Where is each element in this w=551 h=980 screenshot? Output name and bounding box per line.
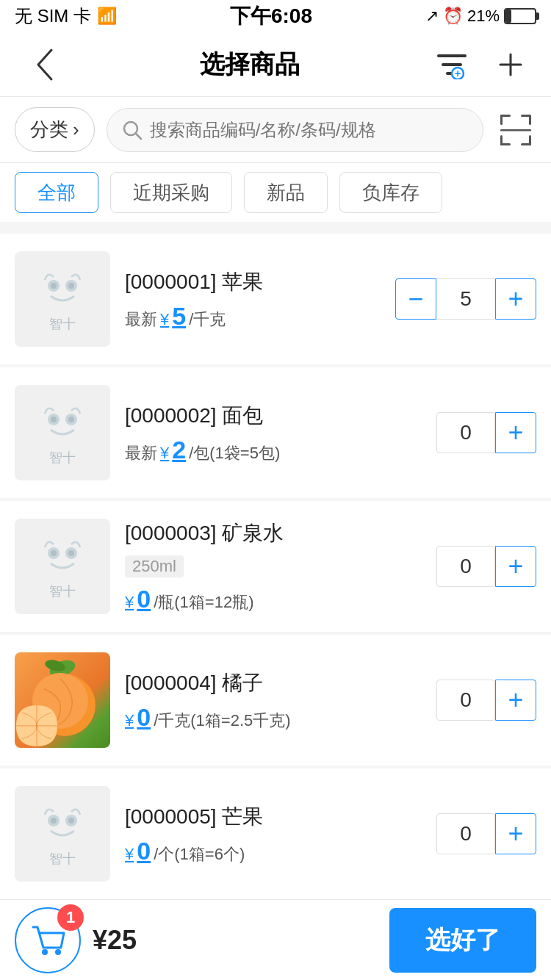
qty-value-0000005[interactable]: 0 bbox=[436, 813, 495, 854]
svg-point-18 bbox=[68, 283, 74, 289]
qty-minus-0000001[interactable]: − bbox=[395, 278, 436, 320]
product-info-0000003: [0000003] 矿泉水 250ml ¥ 0 /瓶(1箱=12瓶) bbox=[125, 519, 422, 613]
svg-rect-9 bbox=[529, 115, 531, 125]
product-thumb-0000001: 智十 bbox=[15, 251, 110, 347]
svg-point-47 bbox=[55, 949, 61, 955]
svg-rect-13 bbox=[529, 135, 531, 145]
tab-recent[interactable]: 近期采购 bbox=[110, 172, 232, 213]
qty-control-0000001: − 5 + bbox=[395, 278, 536, 320]
svg-point-26 bbox=[68, 550, 74, 556]
product-item-0000005: 智十 [0000005] 芒果 ¥ 0 /个(1箱=6个) 0 + bbox=[0, 768, 551, 899]
svg-point-17 bbox=[51, 283, 57, 289]
product-info-0000005: [0000005] 芒果 ¥ 0 /个(1箱=6个) bbox=[125, 803, 422, 865]
back-button[interactable] bbox=[22, 43, 66, 87]
product-item-0000003: 智十 [0000003] 矿泉水 250ml ¥ 0 /瓶(1箱=12瓶) 0 … bbox=[0, 501, 551, 632]
confirm-button[interactable]: 选好了 bbox=[389, 908, 536, 973]
product-list: 智十 [0000001] 苹果 最新 ¥ 5 /千克 − 5 + bbox=[0, 234, 551, 980]
qty-control-0000003: 0 + bbox=[436, 546, 536, 587]
filter-icon-btn[interactable]: + bbox=[433, 46, 470, 83]
product-name-0000005: [0000005] 芒果 bbox=[125, 803, 422, 831]
scan-button[interactable] bbox=[495, 109, 536, 151]
svg-point-46 bbox=[42, 949, 48, 955]
product-name-0000002: [0000002] 面包 bbox=[125, 402, 422, 430]
qty-control-0000005: 0 + bbox=[436, 813, 536, 854]
qty-control-0000002: 0 + bbox=[436, 412, 536, 453]
tab-new[interactable]: 新品 bbox=[244, 172, 328, 213]
cart-button[interactable]: 1 bbox=[15, 907, 81, 973]
qty-value-0000002[interactable]: 0 bbox=[436, 412, 495, 453]
status-bar: 无 SIM 卡 📶 下午6:08 ↗ ⏰ 21% bbox=[0, 0, 551, 32]
svg-point-36 bbox=[51, 818, 57, 824]
add-button[interactable] bbox=[492, 46, 529, 83]
location-icon: ↗ bbox=[425, 7, 439, 26]
filter-row: 分类 › bbox=[0, 97, 551, 163]
product-price-0000001: 最新 ¥ 5 /千克 bbox=[125, 302, 381, 331]
svg-point-21 bbox=[51, 417, 57, 422]
product-thumb-0000005: 智十 bbox=[15, 786, 110, 882]
product-price-0000003: ¥ 0 /瓶(1箱=12瓶) bbox=[125, 585, 422, 613]
battery-icon bbox=[504, 8, 536, 24]
status-time: 下午6:08 bbox=[230, 2, 312, 30]
alarm-icon: ⏰ bbox=[443, 7, 463, 26]
svg-rect-14 bbox=[500, 129, 531, 131]
qty-plus-0000004[interactable]: + bbox=[495, 680, 536, 721]
product-spec-0000003: 250ml bbox=[125, 555, 184, 577]
product-item-0000004: [0000004] 橘子 ¥ 0 /千克(1箱=2.5千克) 0 + bbox=[0, 635, 551, 765]
product-thumb-0000002: 智十 bbox=[15, 385, 110, 480]
svg-rect-1 bbox=[442, 63, 462, 66]
svg-text:+: + bbox=[455, 68, 461, 79]
status-right: ↗ ⏰ 21% bbox=[425, 7, 536, 26]
product-name-0000001: [0000001] 苹果 bbox=[125, 268, 381, 296]
product-price-0000002: 最新 ¥ 2 /包(1袋=5包) bbox=[125, 436, 422, 464]
product-thumb-0000004 bbox=[15, 652, 110, 748]
tab-all[interactable]: 全部 bbox=[15, 172, 98, 213]
product-info-0000004: [0000004] 橘子 ¥ 0 /千克(1箱=2.5千克) bbox=[125, 669, 422, 732]
page-title: 选择商品 bbox=[200, 48, 300, 82]
tab-row: 全部 近期采购 新品 负库存 bbox=[0, 163, 551, 222]
svg-rect-0 bbox=[437, 54, 467, 57]
wifi-icon: 📶 bbox=[97, 7, 117, 26]
product-name-0000004: [0000004] 橘子 bbox=[125, 669, 422, 697]
search-icon bbox=[122, 120, 143, 140]
qty-value-0000004[interactable]: 0 bbox=[436, 680, 495, 721]
bottom-bar: 1 ¥25 选好了 bbox=[0, 899, 551, 980]
qty-value-0000001[interactable]: 5 bbox=[436, 278, 495, 320]
product-info-0000002: [0000002] 面包 最新 ¥ 2 /包(1袋=5包) bbox=[125, 402, 422, 464]
carrier-label: 无 SIM 卡 bbox=[15, 4, 91, 28]
svg-point-25 bbox=[51, 550, 57, 556]
tab-negative-stock[interactable]: 负库存 bbox=[339, 172, 442, 213]
status-left: 无 SIM 卡 📶 bbox=[15, 4, 117, 28]
svg-rect-7 bbox=[500, 115, 503, 125]
product-item-0000002: 智十 [0000002] 面包 最新 ¥ 2 /包(1袋=5包) 0 + bbox=[0, 367, 551, 498]
qty-plus-0000003[interactable]: + bbox=[495, 546, 536, 587]
battery-percent: 21% bbox=[467, 7, 500, 26]
svg-rect-11 bbox=[500, 135, 503, 145]
qty-plus-0000005[interactable]: + bbox=[495, 813, 536, 854]
nav-actions: + bbox=[433, 46, 529, 83]
svg-point-22 bbox=[68, 417, 74, 422]
product-price-0000005: ¥ 0 /个(1箱=6个) bbox=[125, 837, 422, 865]
search-bar[interactable] bbox=[107, 108, 483, 152]
cart-area: 1 ¥25 bbox=[15, 907, 389, 973]
category-button[interactable]: 分类 › bbox=[15, 107, 95, 152]
qty-plus-0000001[interactable]: + bbox=[495, 278, 536, 320]
svg-point-37 bbox=[68, 818, 74, 824]
cart-badge: 1 bbox=[57, 904, 84, 931]
product-thumb-0000003: 智十 bbox=[15, 519, 110, 614]
qty-plus-0000002[interactable]: + bbox=[495, 412, 536, 453]
cart-total: ¥25 bbox=[93, 925, 137, 956]
qty-control-0000004: 0 + bbox=[436, 680, 536, 721]
search-input[interactable] bbox=[150, 120, 468, 140]
product-price-0000004: ¥ 0 /千克(1箱=2.5千克) bbox=[125, 703, 422, 732]
nav-bar: 选择商品 + bbox=[0, 32, 551, 97]
product-info-0000001: [0000001] 苹果 最新 ¥ 5 /千克 bbox=[125, 268, 381, 331]
product-name-0000003: [0000003] 矿泉水 bbox=[125, 519, 422, 547]
category-label: 分类 bbox=[30, 117, 68, 143]
qty-value-0000003[interactable]: 0 bbox=[436, 546, 495, 587]
category-chevron-icon: › bbox=[73, 118, 79, 141]
product-item-0000001: 智十 [0000001] 苹果 最新 ¥ 5 /千克 − 5 + bbox=[0, 234, 551, 364]
